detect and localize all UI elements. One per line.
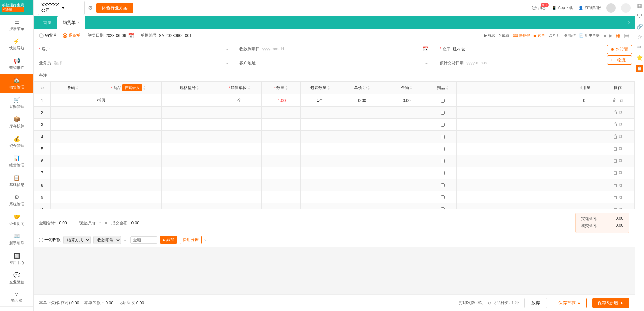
abandon-button[interactable]: 放弃 bbox=[524, 298, 547, 308]
save-draft-button[interactable]: 保存草稿 ▲ bbox=[553, 298, 587, 308]
warehouse-input[interactable] bbox=[453, 46, 622, 52]
salesperson-input[interactable] bbox=[54, 60, 222, 66]
sidebar-item-operations[interactable]: 📊 经营管理 bbox=[0, 152, 33, 171]
sidebar-item-inventory[interactable]: 📦 库存核算 bbox=[0, 113, 33, 132]
history-btn[interactable]: 📄 历史单据 bbox=[579, 33, 600, 38]
sidebar-bottom-settings[interactable]: ⚙ bbox=[6, 309, 11, 311]
note-input[interactable] bbox=[50, 73, 629, 78]
sidebar-item-sales[interactable]: 🏠 销售管理 bbox=[0, 74, 33, 93]
sidebar-item-purchase[interactable]: 🛒 采购管理 bbox=[0, 93, 33, 113]
row-price[interactable]: 0.00 bbox=[340, 94, 384, 107]
customer-addr-input[interactable] bbox=[258, 60, 422, 66]
sidebar-item-member[interactable]: V 畅会员 bbox=[0, 288, 33, 306]
message-button[interactable]: 💬 消息 99+ bbox=[532, 5, 546, 11]
side-edit-icon[interactable]: ✏ bbox=[637, 44, 642, 50]
scan-button[interactable]: 扫码录入 bbox=[122, 84, 142, 91]
doc-date-value[interactable]: 2023-06-06 bbox=[106, 33, 126, 38]
sidebar-item-marketing[interactable]: 📢 营销推广 bbox=[0, 54, 33, 74]
date-calendar-icon[interactable]: 📅 bbox=[128, 33, 134, 38]
online-service-button[interactable]: 👤 在线客服 bbox=[578, 5, 601, 11]
settings-button[interactable]: ⚙ ⚙ 设置 bbox=[607, 45, 632, 54]
arrears-info-icon[interactable]: ? bbox=[102, 301, 104, 305]
app-download-button[interactable]: 📱 App下载 bbox=[552, 5, 573, 11]
company-selector[interactable]: XXXXXX公司 ▾ bbox=[38, 1, 85, 15]
fee-help-icon[interactable]: ? bbox=[204, 238, 206, 242]
pay-account-select[interactable]: 收款账号 bbox=[93, 236, 121, 244]
customer-input[interactable] bbox=[52, 46, 222, 52]
tab-sales-order[interactable]: 销货单 × bbox=[57, 16, 85, 29]
row-qty[interactable]: -1.00 bbox=[262, 94, 301, 107]
customer-dots-icon[interactable]: ··· bbox=[224, 46, 228, 52]
salesperson-dots-icon[interactable]: ··· bbox=[224, 60, 228, 66]
row-remark[interactable] bbox=[457, 94, 568, 107]
view-toggle-list[interactable]: ▦ bbox=[616, 32, 621, 39]
history-nav-next[interactable]: ▶ bbox=[609, 33, 612, 38]
radio-sales-order[interactable]: 销货单 bbox=[39, 33, 57, 38]
row-product[interactable]: 拆贝 bbox=[95, 94, 161, 107]
sidebar-item-finance[interactable]: 💰 资金管理 bbox=[0, 132, 33, 152]
th-settings[interactable]: ⚙ bbox=[34, 82, 51, 94]
user-avatar2[interactable] bbox=[621, 3, 631, 13]
row-pkgqty[interactable]: 1个 bbox=[301, 94, 340, 107]
sidebar-item-basic[interactable]: 📋 基础信息 bbox=[0, 171, 33, 191]
row-spec[interactable] bbox=[162, 94, 217, 107]
sidebar-item-appstore[interactable]: 🔲 应用中心 bbox=[0, 249, 33, 269]
side-star-icon[interactable]: ☆ bbox=[637, 34, 642, 40]
sidebar-bottom-collapse[interactable]: ◀ bbox=[23, 309, 28, 311]
due-date-calendar-icon[interactable]: 📅 bbox=[423, 46, 428, 52]
side-fav-icon[interactable]: ⭐ bbox=[636, 54, 643, 61]
help-btn[interactable]: ? 帮助 bbox=[499, 33, 509, 38]
view-toggle-grid[interactable]: ▤ bbox=[624, 32, 629, 39]
shortcut-btn[interactable]: ⌨ 快捷键 bbox=[513, 33, 530, 38]
select-btn[interactable]: ☰ 选单 bbox=[533, 33, 545, 38]
copy-row-icon[interactable]: ⧉ bbox=[620, 98, 623, 103]
radio-return-order[interactable]: 退货单 bbox=[63, 33, 81, 38]
sidebar-item-search[interactable]: ☰ 搜索菜单 bbox=[0, 15, 33, 35]
save-new-label: 保存&新增 bbox=[598, 300, 618, 306]
sidebar-item-shortcut[interactable]: ⚡ 快捷导航 bbox=[0, 35, 33, 54]
sidebar-item-wechat[interactable]: 💬 企业微信 bbox=[0, 269, 33, 288]
trial-button[interactable]: 体验行业方案 bbox=[96, 3, 133, 13]
onepay-checkbox[interactable] bbox=[39, 238, 43, 242]
delete-row-icon[interactable]: 🗑 bbox=[612, 98, 617, 103]
sidebar-item-collab[interactable]: 🤝 企业协同 bbox=[0, 210, 33, 230]
operate-btn[interactable]: ⚙ 操作 bbox=[564, 33, 576, 38]
cp2[interactable]: ⧉ bbox=[619, 110, 622, 115]
print-btn[interactable]: 🖨 打印 bbox=[548, 33, 561, 38]
onepay-checkbox-label[interactable]: 一键收款 bbox=[39, 237, 61, 243]
table-row: 9🗑⧉ bbox=[34, 191, 635, 203]
sidebar-item-system[interactable]: ⚙ 系统管理 bbox=[0, 191, 33, 210]
doc-num-value[interactable]: SA-20230606-001 bbox=[159, 33, 191, 38]
amount-input[interactable] bbox=[130, 236, 157, 244]
video-btn[interactable]: ▶ 视频 bbox=[484, 33, 495, 38]
save-new-button[interactable]: 保存&新增 ▲ bbox=[592, 298, 629, 308]
tabbar-close-icon[interactable]: × bbox=[628, 20, 631, 26]
user-avatar[interactable] bbox=[606, 3, 616, 13]
pay-method-select[interactable]: 结算方式 bbox=[63, 236, 91, 244]
discount-help-icon[interactable]: ? bbox=[99, 221, 101, 225]
history-nav-prev[interactable]: ◀ bbox=[603, 33, 606, 38]
addr-dots-icon[interactable]: ··· bbox=[425, 60, 429, 66]
side-link-icon[interactable]: 🔗 bbox=[636, 23, 643, 30]
deal-value: 0.00 bbox=[131, 221, 139, 225]
side-orange-action[interactable]: 📋 bbox=[636, 65, 643, 72]
row-barcode[interactable] bbox=[50, 94, 95, 107]
row-unit[interactable]: 个 bbox=[217, 94, 262, 107]
due-date-input[interactable] bbox=[262, 46, 420, 52]
side-shield-icon[interactable]: 🛡 bbox=[637, 13, 642, 19]
add-payment-button[interactable]: ● 添加 bbox=[160, 236, 177, 244]
sidebar-item-newbie[interactable]: 📖 新手引导 bbox=[0, 230, 33, 249]
row-amount[interactable]: 0.00 bbox=[384, 94, 429, 107]
tab-close-icon[interactable]: × bbox=[78, 21, 80, 25]
th-pkgqty: 包装数量 ▲▼ bbox=[301, 82, 340, 94]
topbar-settings-icon[interactable]: ⚙ bbox=[88, 5, 93, 11]
fee-alloc-button[interactable]: 费用分摊 bbox=[180, 236, 202, 244]
tab-home[interactable]: 首页 bbox=[38, 16, 57, 29]
side-table-icon[interactable]: ▦ bbox=[637, 3, 642, 9]
pay-dots-icon[interactable]: ··· bbox=[124, 237, 128, 243]
price-info-icon[interactable]: ⓘ bbox=[363, 85, 367, 90]
expected-date-input[interactable] bbox=[466, 60, 621, 66]
logistics-button[interactable]: + + 物流 bbox=[607, 55, 632, 65]
del2[interactable]: 🗑 bbox=[613, 110, 618, 115]
row-gift[interactable] bbox=[429, 94, 457, 107]
